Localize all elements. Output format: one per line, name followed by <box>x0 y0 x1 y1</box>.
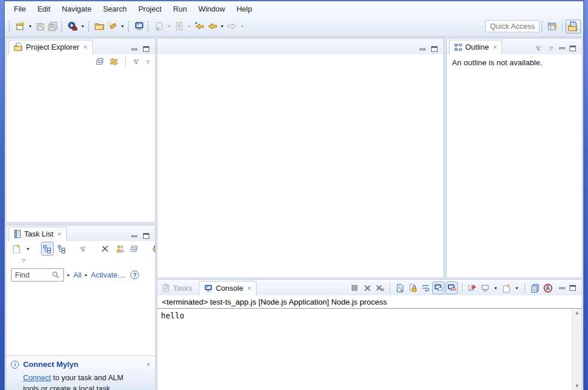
clear-console-icon <box>396 284 404 292</box>
collapse-all-button[interactable] <box>93 55 106 69</box>
activate-link[interactable]: Activate.... <box>91 271 126 279</box>
next-annotation-dropdown[interactable]: ▼ <box>165 24 173 28</box>
remove-launch-button[interactable] <box>361 282 373 294</box>
menu-item-navigate[interactable]: Navigate <box>56 2 97 16</box>
outline-panel: Outline × ▽ An outline is not available. <box>446 38 582 278</box>
maximize-icon[interactable] <box>431 46 438 52</box>
tab-tasks[interactable]: Tasks <box>157 281 197 295</box>
ansi-console-button[interactable]: A <box>542 282 553 294</box>
categorized-view-button[interactable] <box>41 242 54 256</box>
minimize-icon[interactable] <box>559 47 565 49</box>
minimize-icon[interactable] <box>559 287 565 289</box>
open-perspective-button[interactable] <box>546 20 559 33</box>
minimize-icon[interactable] <box>420 48 425 50</box>
editor-empty-area[interactable] <box>157 54 443 278</box>
search-button[interactable] <box>106 20 119 33</box>
view-menu-icon[interactable]: ▽ <box>145 59 152 65</box>
menu-item-project[interactable]: Project <box>133 2 167 16</box>
previous-annotation-button[interactable] <box>173 20 186 33</box>
maximize-icon[interactable] <box>570 46 576 51</box>
console-output-area[interactable]: hello ▲ ▼ <box>157 309 582 390</box>
expand-arrow-icon[interactable]: ▸ <box>67 272 70 278</box>
open-console-dropdown[interactable]: ▼ <box>513 286 521 290</box>
focus-button[interactable] <box>77 242 90 256</box>
expand-arrow-icon[interactable]: ▸ <box>85 272 87 278</box>
view-menu-icon[interactable]: ▽ <box>548 46 555 51</box>
maximize-icon[interactable] <box>570 285 576 291</box>
console-scrollbar[interactable]: ▲ ▼ <box>572 309 582 390</box>
save-all-button[interactable] <box>47 20 59 33</box>
tab-outline[interactable]: Outline × <box>449 40 502 54</box>
scroll-up-icon[interactable]: ▲ <box>575 310 580 316</box>
link-with-editor-button[interactable] <box>108 55 120 69</box>
mylyn-notification: i Connect Mylyn × Connect to your task a… <box>6 355 155 390</box>
outline-tabstrip: Outline × ▽ <box>447 39 582 54</box>
new-wizard-dropdown[interactable]: ▼ <box>27 24 34 28</box>
new-task-dropdown[interactable]: ▼ <box>24 247 32 251</box>
tab-console[interactable]: Console × <box>199 281 257 295</box>
collapse-all-button[interactable] <box>128 242 141 256</box>
focus-dots-icon[interactable] <box>534 44 543 52</box>
last-edit-location-button[interactable] <box>193 20 206 33</box>
scroll-down-icon[interactable]: ▼ <box>575 384 580 389</box>
forward-dropdown[interactable]: ▼ <box>239 24 246 28</box>
next-annotation-button[interactable] <box>153 20 165 33</box>
hide-completed-button[interactable] <box>99 242 112 256</box>
open-console-button[interactable] <box>133 20 146 33</box>
connect-link[interactable]: Connect <box>23 373 51 382</box>
open-task-button[interactable] <box>93 20 106 33</box>
open-console-button[interactable] <box>500 282 512 294</box>
minimize-icon[interactable] <box>131 235 137 237</box>
new-task-button[interactable] <box>10 242 22 256</box>
close-icon[interactable]: × <box>82 43 87 51</box>
project-explorer-tree[interactable] <box>6 69 155 222</box>
show-stdout-button[interactable] <box>432 282 444 294</box>
pin-console-button[interactable] <box>466 282 478 294</box>
back-dropdown[interactable]: ▼ <box>218 24 226 28</box>
menu-item-file[interactable]: File <box>8 2 32 16</box>
scheduled-view-button[interactable] <box>55 242 68 256</box>
view-menu-icon[interactable]: ▽ <box>20 258 27 263</box>
clear-console-button[interactable] <box>394 282 406 294</box>
minimize-icon[interactable] <box>131 48 137 50</box>
forward-button[interactable] <box>226 20 239 33</box>
quick-access-input[interactable] <box>485 20 540 32</box>
show-stderr-button[interactable] <box>446 282 458 294</box>
maximize-icon[interactable] <box>143 233 149 239</box>
panel-window-buttons <box>128 46 155 54</box>
find-input[interactable] <box>15 271 52 279</box>
back-button[interactable] <box>206 20 218 33</box>
tab-project-explorer[interactable]: Project Explorer × <box>9 40 93 54</box>
scroll-lock-button[interactable] <box>407 282 419 294</box>
resource-perspective-button[interactable] <box>566 20 581 33</box>
menu-item-help[interactable]: Help <box>231 2 258 16</box>
focus-dots-icon <box>132 58 141 66</box>
terminate-button[interactable] <box>349 282 360 294</box>
tab-task-list[interactable]: Task List × <box>9 227 67 241</box>
search-dropdown[interactable]: ▼ <box>119 24 126 28</box>
close-icon[interactable]: × <box>146 361 150 369</box>
word-wrap-button[interactable] <box>420 282 431 294</box>
remove-all-launches-button[interactable] <box>374 282 386 294</box>
run-dropdown[interactable]: ▼ <box>79 24 86 28</box>
display-console-button[interactable] <box>479 282 491 294</box>
help-icon[interactable]: ? <box>130 271 139 279</box>
console-view-button[interactable] <box>529 282 541 294</box>
focus-button[interactable] <box>130 55 143 69</box>
close-icon[interactable]: × <box>56 230 62 238</box>
display-console-dropdown[interactable]: ▼ <box>492 286 499 290</box>
synchronize-button[interactable] <box>150 242 156 256</box>
run-button[interactable] <box>66 20 79 33</box>
close-icon[interactable]: × <box>246 284 251 292</box>
menu-item-search[interactable]: Search <box>97 2 133 16</box>
group-elements-button[interactable] <box>114 242 126 256</box>
previous-annotation-dropdown[interactable]: ▼ <box>186 24 193 28</box>
maximize-icon[interactable] <box>143 46 149 52</box>
new-wizard-button[interactable] <box>14 20 27 33</box>
all-link[interactable]: All <box>73 271 81 279</box>
menu-item-edit[interactable]: Edit <box>32 2 56 16</box>
close-icon[interactable]: × <box>492 43 497 51</box>
save-button[interactable] <box>34 20 47 33</box>
menu-item-run[interactable]: Run <box>167 2 193 16</box>
menu-item-window[interactable]: Window <box>193 2 231 16</box>
